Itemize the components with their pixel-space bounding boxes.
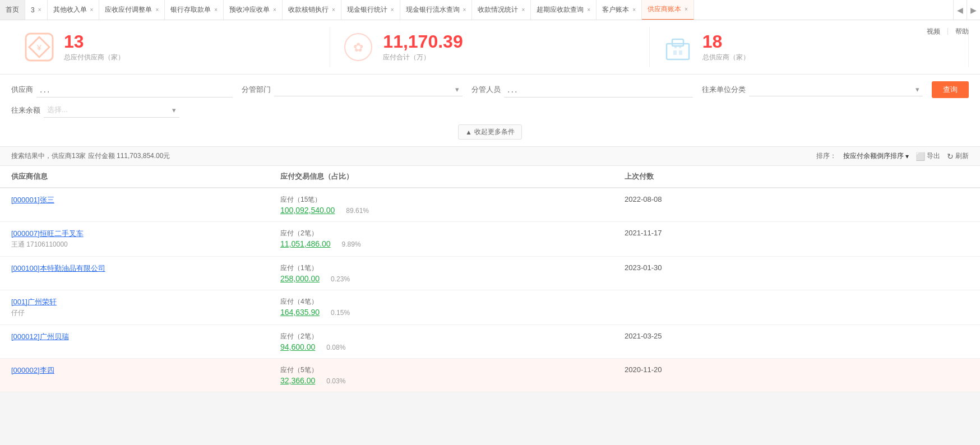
export-label: 导出 — [927, 151, 940, 161]
nav-tab-customer-acct-label: 客户账本 — [602, 5, 629, 15]
nav-tab-supplier-acct-label: 供应商账本 — [648, 4, 681, 14]
refresh-button[interactable]: ↻ 刷新 — [947, 151, 969, 161]
nav-tab-cash-bank-flow-close[interactable]: × — [463, 7, 466, 13]
nav-tab-prepay-charge[interactable]: 预收冲应收单 × — [224, 0, 283, 20]
nav-tab-supplier-acct[interactable]: 供应商账本 × — [642, 0, 694, 20]
supplier-cell-1: [000001]张三 — [11, 195, 280, 205]
txn-cell-4: 应付（4笔） 164,635.90 0.15% — [280, 297, 625, 317]
results-bar: 搜索结果中，供应商13家 应付金额 111,703,854.00元 排序： 按应… — [0, 147, 980, 166]
collapse-label: 收起更多条件 — [474, 127, 515, 137]
nav-tab-overdue-recv-close[interactable]: × — [587, 7, 590, 13]
supplier-link-2[interactable]: [000007]恒旺二手叉车 — [11, 229, 280, 239]
filter-balance-select[interactable]: 选择... ▾ — [44, 103, 179, 118]
nav-tab-prepay-charge-close[interactable]: × — [273, 7, 276, 13]
txn-label-2: 应付（2笔） — [280, 229, 625, 238]
supplier-link-3[interactable]: [000100]本特勤油品有限公司 — [11, 263, 280, 274]
video-link[interactable]: 视频 — [927, 27, 940, 36]
txn-row-5: 94,600.00 0.08% — [280, 341, 625, 351]
nav-next-arrow[interactable]: ▶ — [967, 0, 980, 20]
supplier-cell-3: [000100]本特勤油品有限公司 — [11, 263, 280, 274]
filter-category-select[interactable]: ▾ — [749, 83, 923, 96]
txn-amount-1[interactable]: 100,092,540.00 — [280, 206, 335, 215]
nav-tab-ap-adjust[interactable]: 应收应付调整单 × — [99, 0, 165, 20]
supplier-cell-5: [000012]广州贝瑞 — [11, 332, 280, 342]
supplier-link-5[interactable]: [000012]广州贝瑞 — [11, 332, 280, 342]
txn-amount-5[interactable]: 94,600.00 — [280, 342, 315, 351]
nav-tab-3[interactable]: 3 × — [25, 0, 48, 20]
txn-amount-6[interactable]: 32,366.00 — [280, 376, 315, 385]
refresh-label: 刷新 — [955, 151, 969, 161]
txn-pct-5: 0.08% — [326, 344, 345, 351]
nav-tab-3-close[interactable]: × — [38, 7, 41, 13]
txn-pct-4: 0.15% — [331, 309, 350, 317]
supplier-link-6[interactable]: [000002]李四 — [11, 365, 280, 376]
export-button[interactable]: ⬜ 导出 — [916, 151, 940, 161]
filter-supplier-input[interactable] — [36, 82, 233, 98]
nav-tab-recv-stat-close[interactable]: × — [521, 7, 525, 13]
svg-text:¥: ¥ — [36, 43, 41, 52]
nav-tab-supplier-acct-close[interactable]: × — [685, 6, 688, 12]
lastpay-cell-2: 2021-11-17 — [625, 229, 969, 237]
txn-row-2: 11,051,486.00 9.89% — [280, 238, 625, 248]
nav-tab-ap-adjust-close[interactable]: × — [155, 7, 159, 13]
nav-tab-overdue-recv-label: 超期应收款查询 — [537, 5, 584, 15]
nav-tab-other-income[interactable]: 其他收入单 × — [48, 0, 100, 20]
nav-tab-recv-stat[interactable]: 收款情况统计 × — [472, 0, 531, 20]
filter-supplier-label: 供应商 — [11, 85, 33, 95]
nav-tab-other-income-close[interactable]: × — [90, 7, 94, 13]
table-row: [000100]本特勤油品有限公司 应付（1笔） 258,000.00 0.23… — [0, 257, 980, 290]
nav-tab-customer-acct-close[interactable]: × — [632, 7, 636, 13]
nav-prev-arrow[interactable]: ◀ — [953, 0, 967, 20]
last-payment-5: 2021-03-25 — [625, 332, 662, 340]
svg-text:✿: ✿ — [353, 40, 363, 54]
filter-dept-label: 分管部门 — [242, 85, 271, 95]
nav-tab-cash-bank-flow-label: 现金银行流水查询 — [406, 5, 460, 15]
lastpay-cell-6: 2020-11-20 — [625, 365, 969, 374]
nav-tab-cash-bank-stat[interactable]: 现金银行统计 × — [341, 0, 400, 20]
lastpay-cell-5: 2021-03-25 — [625, 332, 969, 340]
txn-cell-5: 应付（2笔） 94,600.00 0.08% — [280, 332, 625, 351]
txn-amount-4[interactable]: 164,635.90 — [280, 308, 320, 317]
supplier-sub-2: 王通 17106110000 — [11, 240, 280, 249]
filter-person-input[interactable] — [504, 82, 693, 98]
txn-amount-2[interactable]: 11,051,486.00 — [280, 239, 331, 248]
txn-row-3: 258,000.00 0.23% — [280, 273, 625, 283]
filter-dept-select[interactable]: ▾ — [274, 83, 463, 96]
sort-dropdown-icon: ▾ — [905, 152, 909, 160]
results-right-actions: 排序： 按应付余额倒序排序 ▾ ⬜ 导出 ↻ 刷新 — [816, 151, 969, 161]
table-row: [000001]张三 应付（15笔） 100,092,540.00 89.61%… — [0, 188, 980, 222]
filter-item-dept: 分管部门 ▾ — [242, 83, 463, 96]
search-button[interactable]: 查询 — [932, 81, 969, 98]
nav-tab-bank-deposit[interactable]: 银行存取款单 × — [165, 0, 224, 20]
nav-tab-bank-deposit-close[interactable]: × — [214, 7, 218, 13]
balance-dropdown-icon: ▾ — [172, 106, 176, 114]
dept-dropdown-icon: ▾ — [455, 85, 459, 94]
nav-tab-cash-bank-stat-close[interactable]: × — [391, 7, 394, 13]
sort-select[interactable]: 按应付余额倒序排序 ▾ — [843, 151, 909, 161]
col-header-txn: 应付交易信息（占比） — [280, 171, 625, 182]
last-payment-3: 2023-01-30 — [625, 263, 662, 272]
card3-content: 18 总供应商（家） — [702, 33, 750, 62]
txn-label-5: 应付（2笔） — [280, 332, 625, 341]
nav-tab-cash-bank-stat-label: 现金银行统计 — [347, 5, 387, 15]
nav-tab-cash-bank-flow[interactable]: 现金银行流水查询 × — [400, 0, 473, 20]
txn-cell-1: 应付（15笔） 100,092,540.00 89.61% — [280, 195, 625, 215]
txn-label-6: 应付（5笔） — [280, 365, 625, 375]
nav-tab-overdue-recv[interactable]: 超期应收款查询 × — [531, 0, 597, 20]
txn-amount-3[interactable]: 258,000.00 — [280, 274, 320, 283]
filter-balance-label: 往来余额 — [11, 105, 40, 115]
supplier-link-1[interactable]: [000001]张三 — [11, 195, 280, 205]
txn-pct-1: 89.61% — [346, 207, 369, 215]
lastpay-cell-1: 2022-08-08 — [625, 195, 969, 203]
nav-tab-customer-acct[interactable]: 客户账本 × — [597, 0, 642, 20]
col-header-lastpay: 上次付数 — [625, 171, 969, 182]
nav-tab-3-label: 3 — [31, 6, 35, 14]
nav-tab-home[interactable]: 首页 — [0, 0, 25, 20]
supplier-link-4[interactable]: [001]广州荣轩 — [11, 297, 280, 307]
collapse-button[interactable]: ▲ 收起更多条件 — [458, 124, 522, 140]
nav-tab-ap-adjust-label: 应收应付调整单 — [105, 5, 152, 15]
nav-tab-recv-verify[interactable]: 收款核销执行 × — [283, 0, 341, 20]
nav-tab-recv-verify-close[interactable]: × — [332, 7, 335, 13]
supplier-cell-4: [001]广州荣轩 仔仔 — [11, 297, 280, 318]
help-link[interactable]: 帮助 — [955, 27, 969, 36]
